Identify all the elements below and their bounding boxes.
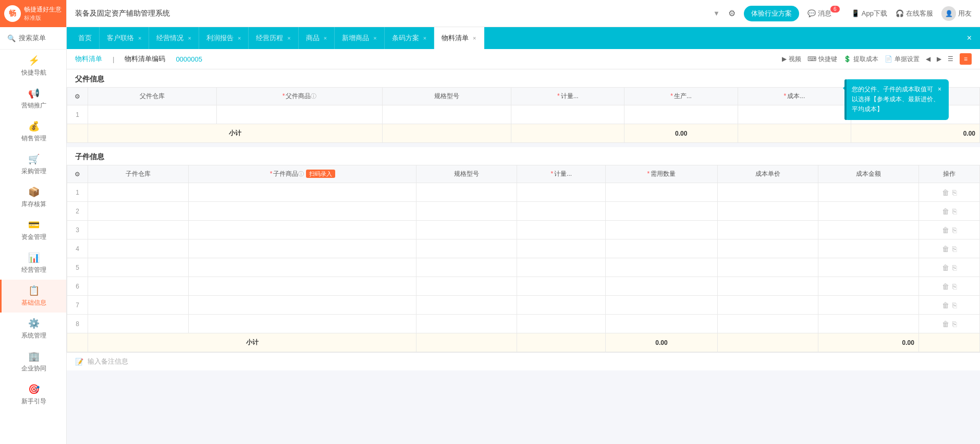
- child-row-4-qty[interactable]: [606, 239, 717, 258]
- delete-icon-6[interactable]: 🗑: [942, 282, 949, 291]
- parent-row-1-cost[interactable]: [738, 105, 851, 124]
- child-row-5-product[interactable]: [189, 258, 416, 277]
- child-row-7-unit[interactable]: [517, 296, 606, 315]
- sidebar-item-sales[interactable]: 💰 销售管理: [0, 115, 66, 148]
- child-row-3-spec[interactable]: [416, 221, 517, 239]
- delete-icon-4[interactable]: 🗑: [942, 245, 949, 253]
- view-button[interactable]: ▶ 视频: [782, 55, 801, 64]
- child-row-8-warehouse[interactable]: [88, 315, 189, 333]
- child-row-6-unit[interactable]: [517, 277, 606, 296]
- child-row-3-qty[interactable]: [606, 221, 717, 239]
- settings-icon[interactable]: ⚙: [728, 8, 736, 18]
- sidebar-item-basic[interactable]: 📋 基础信息: [0, 280, 66, 313]
- tab-profit-close[interactable]: ×: [238, 35, 241, 41]
- app-download-button[interactable]: 📱 App下载: [851, 9, 887, 18]
- child-row-1-spec[interactable]: [416, 183, 517, 202]
- sidebar-item-operation[interactable]: 📊 经营管理: [0, 247, 66, 280]
- copy-icon-7[interactable]: ⎘: [952, 301, 957, 309]
- child-row-3-product[interactable]: [189, 221, 416, 239]
- copy-icon-4[interactable]: ⎘: [952, 245, 957, 253]
- copy-icon-5[interactable]: ⎘: [952, 263, 957, 272]
- delete-icon-3[interactable]: 🗑: [942, 226, 949, 234]
- child-row-2-spec[interactable]: [416, 202, 517, 221]
- sidebar-item-system[interactable]: ⚙️ 系统管理: [0, 313, 66, 345]
- child-row-4-spec[interactable]: [416, 239, 517, 258]
- delete-icon-8[interactable]: 🗑: [942, 320, 949, 328]
- tab-new-goods-close[interactable]: ×: [373, 35, 376, 41]
- tab-history[interactable]: 经营历程 ×: [249, 27, 298, 49]
- child-col-settings[interactable]: ⚙: [67, 165, 88, 183]
- user-menu[interactable]: 👤 用友: [941, 6, 972, 21]
- delete-icon-7[interactable]: 🗑: [942, 301, 949, 309]
- child-row-1-product[interactable]: [189, 183, 416, 202]
- experience-button[interactable]: 体验行业方案: [744, 6, 799, 21]
- copy-icon-6[interactable]: ⎘: [952, 282, 957, 291]
- child-row-5-spec[interactable]: [416, 258, 517, 277]
- child-row-4-warehouse[interactable]: [88, 239, 189, 258]
- parent-row-1-warehouse[interactable]: [88, 105, 217, 124]
- copy-icon-8[interactable]: ⎘: [952, 320, 957, 328]
- tab-customer[interactable]: 客户联络 ×: [100, 27, 149, 49]
- child-row-6-qty[interactable]: [606, 277, 717, 296]
- single-settings-button[interactable]: 📄 单据设置: [885, 55, 920, 64]
- sidebar-item-corp[interactable]: 🏢 企业协同: [0, 345, 66, 378]
- child-row-5-unit-price[interactable]: [717, 258, 818, 277]
- child-row-2-warehouse[interactable]: [88, 202, 189, 221]
- child-row-2-unit-price[interactable]: [717, 202, 818, 221]
- expand-dropdown-icon[interactable]: ▼: [713, 9, 720, 17]
- delete-icon-5[interactable]: 🗑: [942, 263, 949, 272]
- next-button[interactable]: ▶: [937, 55, 941, 63]
- child-row-2-unit[interactable]: [517, 202, 606, 221]
- tab-operation-close[interactable]: ×: [188, 35, 191, 41]
- parent-row-1-product[interactable]: [216, 105, 382, 124]
- child-row-8-spec[interactable]: [416, 315, 517, 333]
- tab-new-goods[interactable]: 新增商品 ×: [335, 27, 384, 49]
- sidebar-item-purchase[interactable]: 🛒 采购管理: [0, 148, 66, 181]
- tab-goods-close[interactable]: ×: [324, 35, 327, 41]
- child-row-2-qty[interactable]: [606, 202, 717, 221]
- child-row-6-spec[interactable]: [416, 277, 517, 296]
- message-button[interactable]: 💬 消息 6: [807, 9, 843, 18]
- child-row-5-unit[interactable]: [517, 258, 606, 277]
- delete-icon-1[interactable]: 🗑: [942, 188, 949, 197]
- parent-col-settings[interactable]: ⚙: [67, 88, 88, 105]
- sidebar-item-inventory[interactable]: 📦 库存核算: [0, 181, 66, 214]
- tab-goods[interactable]: 商品 ×: [299, 27, 335, 49]
- child-row-3-warehouse[interactable]: [88, 221, 189, 239]
- more-button[interactable]: ≡: [960, 53, 972, 65]
- shortcut-button[interactable]: ⌨ 快捷键: [807, 55, 837, 64]
- tab-bom-close[interactable]: ×: [473, 35, 476, 41]
- child-row-7-warehouse[interactable]: [88, 296, 189, 315]
- child-row-1-unit-price[interactable]: [717, 183, 818, 202]
- tab-customer-close[interactable]: ×: [138, 35, 141, 41]
- tab-bom[interactable]: 物料清单 ×: [434, 27, 484, 49]
- sidebar-item-finance[interactable]: 💳 资金管理: [0, 214, 66, 247]
- child-row-5-qty[interactable]: [606, 258, 717, 277]
- copy-icon-1[interactable]: ⎘: [952, 188, 957, 197]
- sidebar-item-quick-nav[interactable]: ⚡ 快捷导航: [0, 50, 66, 82]
- prev-button[interactable]: ◀: [926, 55, 930, 63]
- parent-row-1-production[interactable]: [624, 105, 738, 124]
- tab-profit[interactable]: 利润报告 ×: [199, 27, 249, 49]
- child-row-3-unit[interactable]: [517, 221, 606, 239]
- child-row-6-unit-price[interactable]: [717, 277, 818, 296]
- tooltip-close-button[interactable]: ×: [938, 85, 941, 94]
- tab-barcode-close[interactable]: ×: [423, 35, 426, 41]
- child-row-8-unit[interactable]: [517, 315, 606, 333]
- child-row-3-unit-price[interactable]: [717, 221, 818, 239]
- scan-badge[interactable]: 扫码录入: [306, 170, 335, 178]
- child-row-1-qty[interactable]: [606, 183, 717, 202]
- sidebar-item-promotion[interactable]: 📢 营销推广: [0, 82, 66, 115]
- tab-bar-close-button[interactable]: ×: [963, 33, 976, 43]
- parent-row-1-unit[interactable]: [511, 105, 624, 124]
- tab-home[interactable]: 首页: [71, 27, 100, 49]
- child-row-7-qty[interactable]: [606, 296, 717, 315]
- copy-icon-3[interactable]: ⎘: [952, 226, 957, 234]
- tab-history-close[interactable]: ×: [287, 35, 290, 41]
- child-row-8-unit-price[interactable]: [717, 315, 818, 333]
- tab-barcode[interactable]: 条码方案 ×: [385, 27, 434, 49]
- child-row-5-warehouse[interactable]: [88, 258, 189, 277]
- child-row-8-qty[interactable]: [606, 315, 717, 333]
- breadcrumb-parent[interactable]: 物料清单: [75, 54, 102, 64]
- note-label[interactable]: 输入备注信息: [88, 357, 128, 366]
